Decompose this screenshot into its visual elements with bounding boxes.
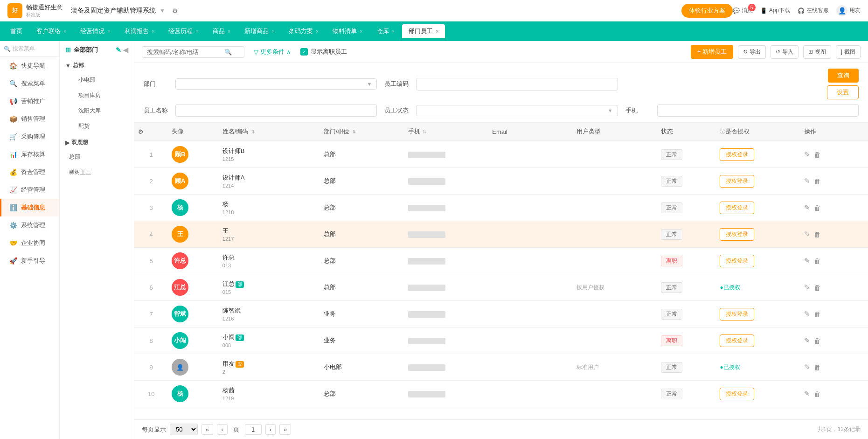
dept-item-peihuo[interactable]: 配货 [67,118,134,134]
add-employee-button[interactable]: + 新增员工 [691,45,733,59]
last-page-btn[interactable]: » [279,424,291,435]
close-tab-icon[interactable]: × [392,28,395,34]
col-name[interactable]: 姓名/编码 ⇅ [219,123,320,141]
edit-icon[interactable]: ✎ [804,283,810,292]
edit-icon[interactable]: ✎ [804,150,810,159]
export-button[interactable]: ↻ 导出 [738,45,766,59]
empcode-filter-input[interactable] [416,78,618,91]
delete-icon[interactable]: 🗑 [814,284,821,292]
nav-tab-3[interactable]: 利润报告× [118,24,161,38]
page-input[interactable]: 1 [245,424,262,435]
edit-icon[interactable]: ✎ [804,177,810,185]
dept-collapse-shuanglu[interactable]: ▶ 双鹿想 [60,136,134,149]
dept-item-zongbu[interactable]: 总部 [60,149,134,165]
online-service-btn[interactable]: 🎧 在线客服 [798,7,829,14]
dept-edit-icon[interactable]: ✎ [116,46,121,54]
first-page-btn[interactable]: « [201,424,213,435]
nav-tab-6[interactable]: 新增商品× [238,24,281,38]
dept-collapse-icon[interactable]: ◀ [123,46,128,54]
prev-page-btn[interactable]: ‹ [217,424,227,435]
nav-tab-0[interactable]: 首页 [4,24,29,38]
view-button[interactable]: ⊞ 视图 [803,45,831,59]
dept-filter-select[interactable]: ▼ [175,78,377,90]
close-tab-icon[interactable]: × [195,28,198,34]
sidebar-item-operations[interactable]: 📈经营管理 [0,181,59,199]
nav-tab-8[interactable]: 物料清单× [326,24,369,38]
sidebar-item-purchase[interactable]: 🛒采购管理 [0,128,59,146]
col-settings[interactable]: ⚙ [134,123,168,141]
sidebar-item-enterprise[interactable]: 🤝企业协同 [0,234,59,252]
nav-tab-7[interactable]: 条码方案× [282,24,325,38]
dept-collapse-general[interactable]: ▼ 总部 [60,59,134,72]
edit-icon[interactable]: ✎ [804,310,810,318]
per-page-select[interactable]: 50 100 200 [170,424,198,435]
delete-icon[interactable]: 🗑 [814,177,821,185]
app-download-btn[interactable]: 📱 App下载 [760,7,790,14]
close-tab-icon[interactable]: × [316,28,319,34]
sidebar-item-marketing[interactable]: 📢营销推广 [0,92,59,110]
auth-button[interactable]: 授权登录 [720,175,754,188]
empname-filter-input[interactable] [175,104,377,117]
sidebar-item-inventory[interactable]: 📊库存核算 [0,146,59,163]
sidebar-item-basic-info[interactable]: ℹ️基础信息 [0,199,59,216]
sidebar-item-search-menu[interactable]: 🔍搜索菜单 [0,75,59,92]
trial-button[interactable]: 体验行业方案 [681,4,733,18]
import-button[interactable]: ↺ 导入 [771,45,799,59]
col-phone[interactable]: 手机 ⇅ [404,123,489,141]
delete-icon[interactable]: 🗑 [814,257,821,265]
auth-button[interactable]: 授权登录 [720,308,754,321]
nav-tab-5[interactable]: 商品× [206,24,237,38]
edit-icon[interactable]: ✎ [804,257,810,265]
sidebar-item-quick-nav[interactable]: 🏠快捷导航 [0,57,59,75]
next-page-btn[interactable]: › [265,424,276,435]
dept-item-xishu[interactable]: 稀树王三 [60,165,134,180]
close-tab-icon[interactable]: × [152,28,154,34]
messages-btn[interactable]: 💬 消息 5 [733,7,753,14]
phone-filter-input[interactable] [657,104,859,117]
dept-item-xiangmukufang[interactable]: 项目库房 [67,88,134,103]
nav-tab-2[interactable]: 经营情况× [74,24,117,38]
delete-icon[interactable]: 🗑 [814,337,821,345]
delete-icon[interactable]: 🗑 [814,151,821,159]
sidebar-search[interactable]: 🔍 搜索菜单 [0,41,59,57]
show-resigned-checkbox[interactable]: ✓ 显示离职员工 [300,48,347,56]
status-filter-select[interactable]: ▼ [416,105,618,116]
close-tab-icon[interactable]: × [107,28,110,34]
auth-button[interactable]: 授权登录 [720,334,754,347]
col-dept[interactable]: 部门/职位 ⇅ [320,123,404,141]
edit-icon[interactable]: ✎ [804,203,810,212]
close-tab-icon[interactable]: × [271,28,274,34]
dept-item-xiaodianbu[interactable]: 小电部 [67,72,134,88]
edit-icon[interactable]: ✎ [804,336,810,345]
edit-icon[interactable]: ✎ [804,390,810,398]
search-box[interactable]: 🔍 [142,46,244,58]
settings-icon-btn[interactable]: ⚙ [169,4,182,17]
delete-icon[interactable]: 🗑 [814,230,821,238]
nav-tab-1[interactable]: 客户联络× [30,24,73,38]
auth-button[interactable]: 授权登录 [720,202,754,214]
nav-tab-9[interactable]: 仓库× [370,24,401,38]
delete-icon[interactable]: 🗑 [814,204,821,212]
dept-item-shenyangdaku[interactable]: 沈阳大库 [67,103,134,118]
query-button[interactable]: 查询 [828,69,859,83]
user-profile-btn[interactable]: 👤 用友 [836,5,861,16]
edit-icon[interactable]: ✎ [804,230,810,238]
sidebar-item-guide[interactable]: 🚀新手引导 [0,252,59,270]
edit-icon[interactable]: ✎ [804,363,810,371]
nav-tab-4[interactable]: 经营历程× [162,24,205,38]
auth-button[interactable]: 授权登录 [720,148,754,161]
close-tab-icon[interactable]: × [436,28,438,34]
close-tab-icon[interactable]: × [63,28,66,34]
filter-settings-button[interactable]: 设置 [827,85,859,99]
auth-button[interactable]: 授权登录 [720,255,754,267]
more-filters-btn[interactable]: ▽ 更多条件 ∧ [250,46,295,58]
dropdown-arrow-icon[interactable]: ▼ [160,7,165,14]
close-tab-icon[interactable]: × [360,28,362,34]
sidebar-item-system[interactable]: ⚙️系统管理 [0,216,59,234]
search-input[interactable] [147,49,222,56]
auth-button[interactable]: 授权登录 [720,388,754,400]
auth-button[interactable]: 授权登录 [720,228,754,241]
close-tab-icon[interactable]: × [228,28,230,34]
delete-icon[interactable]: 🗑 [814,310,821,318]
sidebar-item-finance[interactable]: 💰资金管理 [0,163,59,181]
